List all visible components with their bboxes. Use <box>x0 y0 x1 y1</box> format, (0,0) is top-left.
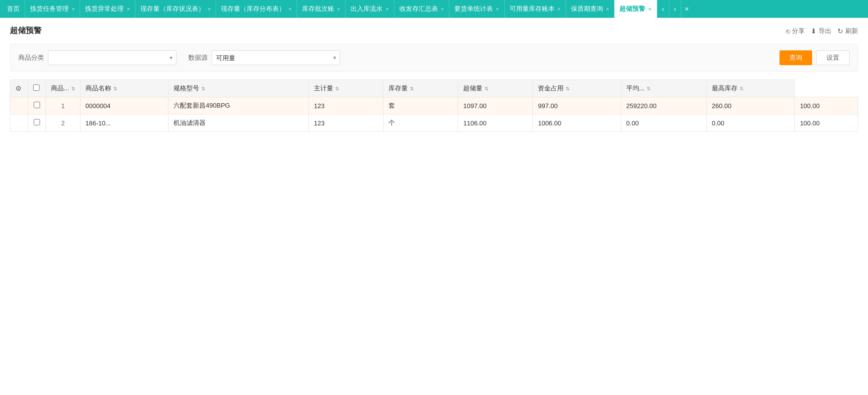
row-spec: 123 <box>309 97 384 115</box>
table-row: 2186-10...机油滤清器123个1106.001006.000.000.0… <box>10 115 858 132</box>
datasource-select-wrapper: 可用量 库存量 ▾ <box>212 50 340 65</box>
row-avg: 0.00 <box>706 115 794 132</box>
sort-stock-qty[interactable]: 库存量 ⇅ <box>389 84 414 93</box>
close-icon[interactable]: × <box>386 6 389 12</box>
nav-tab-summary[interactable]: 收发存汇总表 × <box>394 0 449 18</box>
table-header-row: ⚙ 商品... ⇅ 商品名称 ⇅ <box>10 80 858 97</box>
sort-sku-name[interactable]: 商品名称 ⇅ <box>86 84 117 93</box>
row-max-stock: 100.00 <box>795 115 858 132</box>
sort-max-stock[interactable]: 最高库存 ⇅ <box>712 84 743 93</box>
nav-tab-order-stat[interactable]: 要货单统计表 × <box>449 0 504 18</box>
nav-tab-overstock[interactable]: 超储预警 × <box>614 0 656 18</box>
close-icon[interactable]: × <box>288 6 291 12</box>
th-sku-name: 商品名称 ⇅ <box>80 80 168 97</box>
row-number: 2 <box>46 115 81 132</box>
th-stock-qty: 库存量 ⇅ <box>384 80 458 97</box>
table-body: 10000004六配套新昌490BPG123套1097.00997.002592… <box>10 97 858 132</box>
close-icon[interactable]: × <box>127 6 130 12</box>
nav-arrow-right[interactable]: › <box>669 0 681 18</box>
refresh-icon: ↻ <box>837 27 843 35</box>
sort-capital[interactable]: 资金占用 ⇅ <box>538 84 569 93</box>
nav-tab-available[interactable]: 可用量库存账本 × <box>505 0 566 18</box>
sort-avg[interactable]: 平均... ⇅ <box>626 84 651 93</box>
share-button[interactable]: ⎋ 分享 <box>786 27 805 36</box>
nav-arrow-left[interactable]: ‹ <box>657 0 669 18</box>
category-filter: 商品分类 ▾ <box>18 50 176 65</box>
header-actions: ⎋ 分享 ⬇ 导出 ↻ 刷新 <box>786 27 858 36</box>
page-content: 超储预警 ⎋ 分享 ⬇ 导出 ↻ 刷新 商品分类 ▾ <box>0 18 868 395</box>
page-title: 超储预警 <box>10 26 42 36</box>
sort-icon: ⇅ <box>565 86 569 91</box>
row-checkbox[interactable] <box>34 102 40 108</box>
sort-icon: ⇅ <box>739 86 743 91</box>
close-icon[interactable]: × <box>72 6 75 12</box>
export-button[interactable]: ⬇ 导出 <box>811 27 831 36</box>
nav-tab-task[interactable]: 拣货任务管理 × <box>25 0 80 18</box>
nav-tab-stock-dist[interactable]: 现存量（库存分布表） × <box>216 0 297 18</box>
nav-tab-abnormal[interactable]: 拣货异常处理 × <box>80 0 135 18</box>
query-button[interactable]: 查询 <box>780 50 812 65</box>
row-capital: 259220.00 <box>621 97 706 115</box>
close-icon[interactable]: × <box>558 6 561 12</box>
sort-sku-code[interactable]: 商品... ⇅ <box>51 84 75 93</box>
row-max-stock: 100.00 <box>795 97 858 115</box>
close-icon[interactable]: × <box>208 6 211 12</box>
export-icon: ⬇ <box>811 27 817 35</box>
sort-spec[interactable]: 规格型号 ⇅ <box>174 84 205 93</box>
close-icon[interactable]: × <box>496 6 499 12</box>
row-checkbox[interactable] <box>34 119 40 125</box>
row-gear-cell <box>10 97 28 115</box>
row-over-qty: 997.00 <box>533 97 621 115</box>
nav-arrow-more[interactable]: × <box>681 0 693 18</box>
th-spec: 规格型号 ⇅ <box>169 80 309 97</box>
settings-gear-icon[interactable]: ⚙ <box>15 84 22 92</box>
sort-unit[interactable]: 主计量 ⇅ <box>314 84 339 93</box>
row-stock-qty: 1106.00 <box>458 115 533 132</box>
row-avg: 260.00 <box>706 97 794 115</box>
th-unit: 主计量 ⇅ <box>309 80 384 97</box>
row-spec: 123 <box>309 115 384 132</box>
row-capital: 0.00 <box>621 115 706 132</box>
row-checkbox-cell <box>28 115 46 132</box>
th-over-qty: 超储量 ⇅ <box>458 80 533 97</box>
sort-icon: ⇅ <box>71 86 75 91</box>
page-header: 超储预警 ⎋ 分享 ⬇ 导出 ↻ 刷新 <box>10 26 858 36</box>
sort-icon: ⇅ <box>335 86 339 91</box>
category-select[interactable] <box>48 50 176 65</box>
close-icon[interactable]: × <box>337 6 340 12</box>
nav-tab-stock-status[interactable]: 现存量（库存状况表） × <box>135 0 216 18</box>
filter-bar: 商品分类 ▾ 数据源 可用量 库存量 ▾ 查询 设置 <box>10 44 858 72</box>
close-icon[interactable]: × <box>441 6 444 12</box>
datasource-label: 数据源 <box>188 53 208 62</box>
datasource-filter: 数据源 可用量 库存量 ▾ <box>188 50 340 65</box>
th-sku-code: 商品... ⇅ <box>46 80 81 97</box>
row-number: 1 <box>46 97 81 115</box>
th-checkbox <box>28 80 46 97</box>
row-sku-code: 0000004 <box>80 97 168 115</box>
row-unit: 套 <box>384 97 458 115</box>
row-checkbox-cell <box>28 97 46 115</box>
close-icon[interactable]: × <box>648 6 651 12</box>
th-max-stock: 最高库存 ⇅ <box>706 80 794 97</box>
row-gear-cell <box>10 115 28 132</box>
sort-icon: ⇅ <box>201 86 205 91</box>
top-nav: 首页 拣货任务管理 × 拣货异常处理 × 现存量（库存状况表） × 现存量（库存… <box>0 0 868 18</box>
sort-over-qty[interactable]: 超储量 ⇅ <box>463 84 488 93</box>
settings-button[interactable]: 设置 <box>816 50 850 65</box>
select-all-checkbox[interactable] <box>33 84 40 91</box>
nav-tab-home[interactable]: 首页 <box>2 0 25 18</box>
nav-tab-expiry[interactable]: 保质期查询 × <box>566 0 614 18</box>
th-avg: 平均... ⇅ <box>621 80 706 97</box>
row-sku-name: 机油滤清器 <box>169 115 309 132</box>
row-sku-code: 186-10... <box>80 115 168 132</box>
refresh-button[interactable]: ↻ 刷新 <box>837 27 858 36</box>
datasource-select[interactable]: 可用量 库存量 <box>212 50 340 65</box>
nav-tab-flow[interactable]: 出入库流水 × <box>346 0 394 18</box>
table-row: 10000004六配套新昌490BPG123套1097.00997.002592… <box>10 97 858 115</box>
close-icon[interactable]: × <box>606 6 609 12</box>
row-stock-qty: 1097.00 <box>458 97 533 115</box>
sort-icon: ⇅ <box>410 86 414 91</box>
category-label: 商品分类 <box>18 53 44 62</box>
nav-tab-batch[interactable]: 库存批次账 × <box>297 0 346 18</box>
category-select-wrapper: ▾ <box>48 50 176 65</box>
